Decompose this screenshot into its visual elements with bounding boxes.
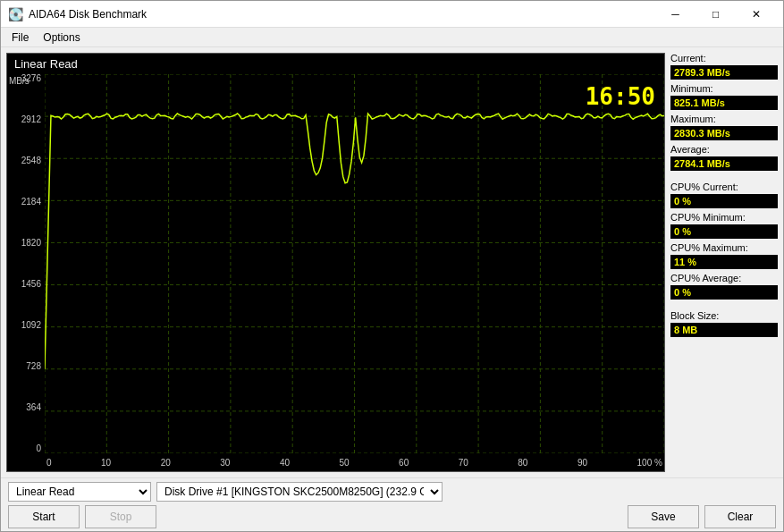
stop-button[interactable]: Stop [85,505,156,528]
x-label-6: 60 [399,458,409,468]
bottom-bar: Linear Read Disk Drive #1 [KINGSTON SKC2… [1,477,783,531]
y-label-6: 1092 [21,321,41,330]
y-label-1: 2912 [21,115,41,124]
minimum-label: Minimum: [670,83,778,94]
block-size-label: Block Size: [670,310,778,321]
cpu-current-label: CPU% Current: [670,182,778,192]
title-bar-left: 💽 AIDA64 Disk Benchmark [8,7,147,21]
stat-cpu-maximum: CPU% Maximum: 11 % [670,242,778,269]
x-label-0: 0 [46,458,52,468]
chart-container: MB/s 3276 2912 2548 2184 1820 1456 1092 … [7,74,664,471]
x-label-4: 40 [280,458,290,468]
main-window: 💽 AIDA64 Disk Benchmark ─ □ ✕ File Optio… [0,0,784,532]
average-value: 2784.1 MB/s [670,156,778,171]
x-axis: 0 10 20 30 40 50 60 70 80 90 100 % [45,453,664,471]
clear-button[interactable]: Clear [704,505,776,528]
minimize-button[interactable]: ─ [655,1,695,28]
y-label-2: 2548 [21,156,41,165]
test-type-dropdown[interactable]: Linear Read [8,482,151,502]
maximize-button[interactable]: □ [695,1,736,28]
chart-area: Linear Read MB/s 3276 2912 2548 2184 182… [6,53,665,472]
average-label: Average: [670,144,778,155]
current-label: Current: [670,53,778,63]
save-button[interactable]: Save [628,505,699,528]
x-label-2: 20 [161,458,171,468]
chart-plot: 16:50 [45,74,664,453]
bottom-row2: Start Stop Save Clear [8,505,776,528]
y-label-3: 2184 [21,198,41,207]
timestamp: 16:50 [586,83,655,110]
menu-options[interactable]: Options [36,30,87,46]
maximum-label: Maximum: [670,114,778,124]
main-content: Linear Read MB/s 3276 2912 2548 2184 182… [1,47,783,477]
x-label-1: 10 [101,458,111,468]
stat-maximum: Maximum: 2830.3 MB/s [670,114,778,140]
start-button[interactable]: Start [8,505,80,528]
stat-current: Current: 2789.3 MB/s [670,53,778,80]
sidebar: Current: 2789.3 MB/s Minimum: 825.1 MB/s… [670,53,778,472]
block-size-value: 8 MB [670,323,778,337]
close-button[interactable]: ✕ [736,1,776,28]
title-bar: 💽 AIDA64 Disk Benchmark ─ □ ✕ [1,1,783,28]
app-icon: 💽 [8,7,23,21]
minimum-value: 825.1 MB/s [670,96,778,110]
window-title: AIDA64 Disk Benchmark [29,8,147,21]
y-label-0: 3276 [21,74,41,83]
x-label-7: 70 [459,458,468,468]
x-label-3: 30 [220,458,230,468]
drive-select-dropdown[interactable]: Disk Drive #1 [KINGSTON SKC2500M8250G] (… [156,482,443,502]
menu-file[interactable]: File [4,30,36,46]
current-value: 2789.3 MB/s [670,65,778,80]
x-label-8: 80 [518,458,527,468]
y-label-9: 0 [36,444,41,453]
x-label-10: 100 % [637,458,662,468]
y-label-7: 728 [26,362,41,371]
stat-minimum: Minimum: 825.1 MB/s [670,83,778,110]
stat-cpu-current: CPU% Current: 0 % [670,182,778,208]
stat-cpu-average: CPU% Average: 0 % [670,273,778,300]
cpu-average-label: CPU% Average: [670,273,778,283]
cpu-current-value: 0 % [670,194,778,208]
stat-average: Average: 2784.1 MB/s [670,144,778,171]
window-controls: ─ □ ✕ [655,1,776,28]
chart-svg [45,74,664,453]
maximum-value: 2830.3 MB/s [670,126,778,140]
y-axis: 3276 2912 2548 2184 1820 1456 1092 728 3… [7,74,45,453]
cpu-minimum-value: 0 % [670,224,778,239]
cpu-minimum-label: CPU% Minimum: [670,212,778,223]
cpu-maximum-value: 11 % [670,255,778,269]
x-label-9: 90 [577,458,587,468]
y-label-4: 1820 [21,239,41,248]
cpu-maximum-label: CPU% Maximum: [670,242,778,253]
y-label-5: 1456 [21,280,41,289]
bottom-row1: Linear Read Disk Drive #1 [KINGSTON SKC2… [8,482,776,502]
stat-cpu-minimum: CPU% Minimum: 0 % [670,212,778,239]
chart-title: Linear Read [7,54,664,74]
stat-block-size: Block Size: 8 MB [670,310,778,337]
menu-bar: File Options [1,28,783,47]
y-label-8: 364 [26,403,41,412]
cpu-average-value: 0 % [670,285,778,300]
x-label-5: 50 [339,458,349,468]
